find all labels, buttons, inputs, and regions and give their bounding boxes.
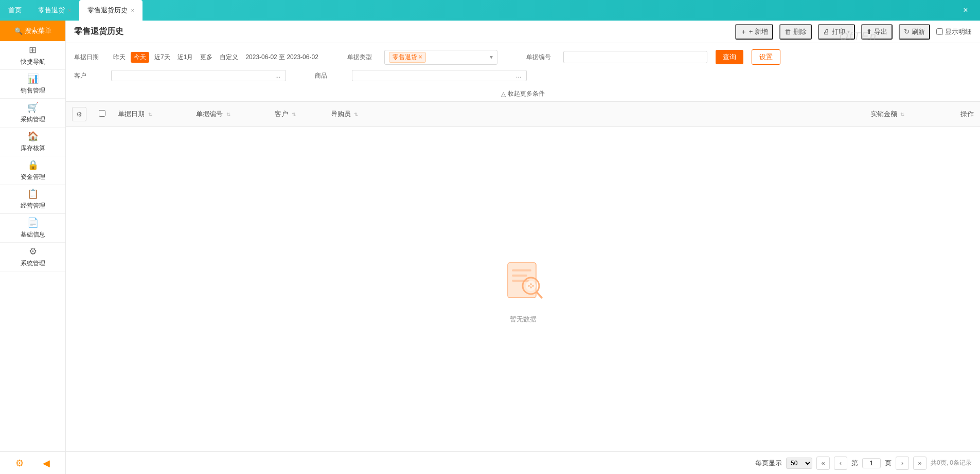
svg-line-6 — [537, 292, 542, 298]
settings-button[interactable]: 设置 — [752, 49, 780, 65]
voucher-type-select[interactable]: 零售退货 × ▾ — [384, 50, 497, 65]
date-label: 单据日期 — [74, 53, 103, 62]
per-page-select[interactable]: 50 10 20 100 — [786, 458, 812, 469]
th-action-label: 操作 — [960, 110, 974, 118]
data-table: ⚙ 单据日期 ⇅ 单据编号 ⇅ — [66, 102, 980, 127]
page-title: 零售退货历史 — [74, 26, 735, 37]
tab-retail-return-history[interactable]: 零售退货历史 × — [79, 0, 142, 21]
svg-point-9 — [528, 285, 530, 287]
tab-home[interactable]: 首页 — [0, 0, 30, 21]
new-button[interactable]: ＋ + 新增 — [735, 24, 773, 40]
select-all-checkbox[interactable] — [99, 110, 105, 117]
empty-text: 暂无数据 — [510, 315, 537, 324]
sidebar-collapse-button[interactable]: ◀ — [43, 458, 50, 469]
next-page-button[interactable]: › — [896, 457, 909, 470]
collapse-icon: △ — [501, 90, 506, 98]
filter-row-2: 客户 ... 商品 ... — [74, 70, 972, 81]
top-bar-right: × — [957, 2, 980, 19]
tab-retail-return[interactable]: 零售退货 × — [30, 0, 79, 21]
query-button[interactable]: 查询 — [716, 50, 743, 64]
tab-retail-return-history-close[interactable]: × — [131, 7, 134, 13]
sidebar-item-inventory[interactable]: 🏠 库存核算 — [0, 127, 65, 156]
page-label: 第 — [851, 459, 858, 468]
sales-icon: 📊 — [27, 73, 39, 84]
new-icon: ＋ — [740, 27, 747, 37]
tab-list: 首页 零售退货 × 零售退货历史 × — [0, 0, 957, 21]
tab-retail-return-history-label: 零售退货历史 — [87, 6, 128, 15]
th-number-sort-icon: ⇅ — [226, 112, 230, 117]
goods-input[interactable]: ... — [352, 70, 527, 81]
sidebar-item-sales[interactable]: 📊 销售管理 — [0, 70, 65, 99]
sidebar-item-quick-nav[interactable]: ⊞ 快捷导航 — [0, 41, 65, 70]
operations-icon: 📋 — [27, 188, 39, 199]
voucher-type-tag-close[interactable]: × — [419, 53, 422, 61]
export-button[interactable]: ⬆ 导出 — [861, 24, 893, 40]
sidebar-item-label-quick-nav: 快捷导航 — [21, 58, 45, 66]
collapse-bar[interactable]: △ 收起更多条件 — [74, 86, 972, 101]
th-guide[interactable]: 导购员 ⇅ — [325, 102, 392, 127]
th-settings[interactable]: ⚙ — [66, 102, 93, 127]
page-unit: 页 — [885, 459, 892, 468]
delete-icon: 🗑 — [785, 28, 791, 35]
th-checkbox[interactable] — [93, 102, 112, 127]
date-opt-yesterday[interactable]: 昨天 — [111, 52, 128, 62]
sidebar-item-purchase[interactable]: 🛒 采购管理 — [0, 99, 65, 127]
print-chevron-icon: ▾ — [847, 29, 850, 34]
sidebar-search-button[interactable]: 🔍 搜索菜单 — [0, 21, 65, 41]
th-customer[interactable]: 客户 ⇅ — [269, 102, 325, 127]
pagination-info: 共0页, 0条记录 — [931, 459, 972, 467]
th-amount[interactable]: 实销金额 ⇅ — [391, 102, 911, 127]
customer-label: 客户 — [74, 71, 103, 80]
pagination: 每页显示 50 10 20 100 « ‹ 第 页 › » 共0页, 0条记录 — [66, 451, 980, 474]
top-bar: 首页 零售退货 × 零售退货历史 × × — [0, 0, 980, 21]
delete-button[interactable]: 🗑 删除 — [779, 24, 812, 40]
voucher-number-input[interactable] — [563, 51, 707, 63]
window-close-button[interactable]: × — [957, 2, 974, 19]
svg-point-5 — [526, 281, 536, 291]
voucher-number-label: 单据编号 — [526, 53, 555, 62]
date-opt-1month[interactable]: 近1月 — [175, 52, 195, 62]
svg-point-8 — [530, 286, 532, 288]
sidebar-item-operations[interactable]: 📋 经营管理 — [0, 185, 65, 214]
first-page-button[interactable]: « — [816, 457, 830, 470]
per-page-label: 每页显示 — [755, 459, 782, 468]
sidebar-nav: ⊞ 快捷导航 📊 销售管理 🛒 采购管理 🏠 库存核算 🔒 资金管理 📋 — [0, 41, 65, 451]
date-opt-custom[interactable]: 自定义 — [218, 52, 240, 62]
th-date-label: 单据日期 — [118, 110, 145, 118]
table-settings-button[interactable]: ⚙ — [72, 107, 86, 121]
prev-page-button[interactable]: ‹ — [834, 457, 847, 470]
page-actions: ＋ + 新增 🗑 删除 🖨 打印 ▾ ⬆ 导出 ↻ — [735, 24, 972, 40]
th-date[interactable]: 单据日期 ⇅ — [112, 102, 190, 127]
customer-input[interactable]: ... — [111, 70, 286, 81]
sidebar-item-base-info[interactable]: 📄 基础信息 — [0, 214, 65, 243]
display-detail-input[interactable] — [936, 28, 943, 35]
export-icon: ⬆ — [866, 28, 872, 35]
page-number-input[interactable] — [862, 458, 881, 468]
th-guide-label: 导购员 — [331, 110, 351, 118]
refresh-button[interactable]: ↻ 刷新 — [899, 24, 930, 40]
date-opt-7days[interactable]: 近7天 — [152, 52, 172, 62]
th-number-label: 单据编号 — [196, 110, 223, 118]
sidebar-item-label-operations: 经营管理 — [21, 202, 45, 210]
svg-point-10 — [532, 285, 534, 287]
th-date-sort-icon: ⇅ — [148, 112, 152, 117]
tab-retail-return-close[interactable]: × — [68, 7, 71, 13]
sidebar-item-finance[interactable]: 🔒 资金管理 — [0, 156, 65, 185]
display-detail-label: 显示明细 — [945, 27, 972, 37]
tab-home-label: 首页 — [8, 6, 22, 15]
sidebar-search-label: 搜索菜单 — [25, 26, 51, 35]
quick-nav-icon: ⊞ — [29, 44, 37, 56]
print-button[interactable]: 🖨 打印 ▾ — [818, 24, 855, 40]
filter-row-1: 单据日期 昨天 今天 近7天 近1月 更多 自定义 2023-06-02 至 2… — [74, 49, 972, 65]
sidebar-item-label-inventory: 库存核算 — [21, 144, 45, 153]
date-opt-today[interactable]: 今天 — [131, 52, 149, 63]
date-opt-more[interactable]: 更多 — [198, 52, 215, 62]
sidebar-bottom: ⚙ ◀ — [0, 451, 65, 474]
th-amount-sort-icon: ⇅ — [900, 112, 904, 117]
last-page-button[interactable]: » — [913, 457, 926, 470]
voucher-type-arrow-icon: ▾ — [490, 53, 493, 61]
th-number[interactable]: 单据编号 ⇅ — [190, 102, 268, 127]
display-detail-checkbox[interactable]: 显示明细 — [936, 27, 972, 37]
sidebar-item-system[interactable]: ⚙ 系统管理 — [0, 243, 65, 271]
sidebar-gear-button[interactable]: ⚙ — [15, 458, 24, 469]
